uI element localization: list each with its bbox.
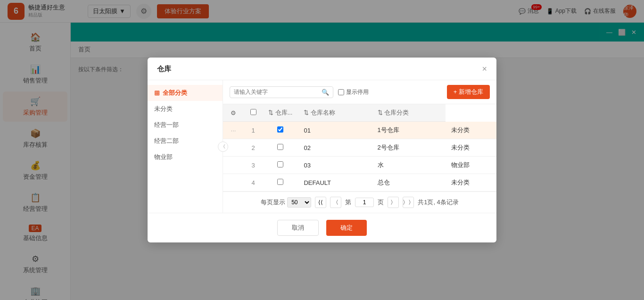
th-warehouse-code: ⇅ 仓库...	[263, 104, 298, 122]
table-header-row: ⚙ ⇅ 仓库... ⇅	[223, 104, 496, 122]
table-toolbar: 🔍 显示停用 + 新增仓库	[223, 80, 496, 104]
next-page-button[interactable]: 〉	[388, 197, 399, 208]
last-page-button[interactable]: 〉〉	[403, 197, 414, 208]
row-num: 4	[244, 174, 263, 192]
row-name: 1号仓库	[372, 122, 446, 139]
data-table: ⚙ ⇅ 仓库... ⇅	[223, 104, 496, 192]
th-checkbox	[244, 104, 263, 122]
category-item-unclassified[interactable]: 未分类	[148, 101, 223, 117]
select-all-checkbox[interactable]	[250, 109, 256, 115]
category-all-label: 全部分类	[163, 89, 187, 97]
sort-icon3: ⇅	[378, 109, 383, 116]
row-name: 2号仓库	[372, 139, 446, 157]
category-item-property[interactable]: 物业部	[148, 149, 223, 165]
row-gear-cell	[223, 174, 244, 192]
row-code: 02	[298, 139, 372, 157]
page-unit: 页	[378, 198, 384, 207]
row-checkbox[interactable]	[277, 126, 283, 133]
th-warehouse-name: ⇅ 仓库名称	[298, 104, 372, 122]
modal-close-button[interactable]: ×	[482, 64, 487, 74]
row-code: 03	[298, 157, 372, 174]
total-label: 共1页, 4条记录	[418, 198, 459, 207]
row-category: 物业部	[446, 157, 496, 174]
row-checkbox[interactable]	[277, 161, 283, 167]
row-checkbox[interactable]	[277, 144, 283, 150]
modal-title: 仓库	[157, 65, 171, 74]
row-name: 总仓	[372, 174, 446, 192]
sort-icon: ⇅	[268, 109, 273, 116]
row-checkbox-cell	[263, 157, 298, 174]
th-gear: ⚙	[223, 104, 244, 122]
modal-overlay: 仓库 × ⊞ 全部分类 未分类 经营一部 经营二部	[0, 0, 644, 300]
row-checkbox[interactable]	[277, 179, 283, 185]
warehouse-table: ⚙ ⇅ 仓库... ⇅	[223, 104, 496, 192]
modal-footer: 取消 确定	[148, 213, 496, 242]
row-category: 未分类	[446, 122, 496, 139]
confirm-button[interactable]: 确定	[326, 220, 367, 236]
show-disabled-label[interactable]: 显示停用	[338, 88, 369, 96]
row-num: 2	[244, 139, 263, 157]
page-size-dropdown[interactable]: 50 10 20 100	[287, 197, 311, 208]
sort-icon2: ⇅	[304, 109, 309, 116]
modal-body: ⊞ 全部分类 未分类 经营一部 经营二部 物业部 《	[148, 80, 496, 213]
row-checkbox-cell	[263, 139, 298, 157]
category-panel: ⊞ 全部分类 未分类 经营一部 经营二部 物业部 《	[148, 80, 223, 213]
category-all-item[interactable]: ⊞ 全部分类	[148, 85, 223, 101]
row-category: 未分类	[446, 139, 496, 157]
prev-page-button[interactable]: 〈	[330, 197, 341, 208]
table-body: ··· 1 01 1号仓库 未分类 2 02 2号仓库 未分类 3	[223, 122, 496, 192]
show-disabled-checkbox[interactable]	[338, 89, 344, 95]
first-page-button[interactable]: ⟨⟨	[315, 197, 326, 208]
table-row[interactable]: 3 03 水 物业部	[223, 157, 496, 174]
search-box: 🔍	[230, 86, 333, 98]
search-input[interactable]	[234, 89, 319, 95]
collapse-button[interactable]: 《	[218, 142, 228, 152]
cancel-button[interactable]: 取消	[277, 220, 319, 236]
row-code: DEFAULT	[298, 174, 372, 192]
row-gear-cell	[223, 157, 244, 174]
row-name: 水	[372, 157, 446, 174]
page-label: 第	[345, 198, 351, 207]
search-icon: 🔍	[322, 89, 329, 96]
table-panel: 🔍 显示停用 + 新增仓库 ⚙	[223, 80, 496, 213]
category-item-ops1[interactable]: 经营一部	[148, 117, 223, 133]
table-row[interactable]: 4 DEFAULT 总仓 未分类	[223, 174, 496, 192]
th-warehouse-category: ⇅ 仓库分类	[372, 104, 446, 122]
category-item-ops2[interactable]: 经营二部	[148, 133, 223, 149]
pagination: 每页显示 50 10 20 100 ⟨⟨ 〈 第 页 〉 〉〉	[223, 192, 496, 213]
row-checkbox-cell	[263, 122, 298, 139]
row-code: 01	[298, 122, 372, 139]
warehouse-modal: 仓库 × ⊞ 全部分类 未分类 经营一部 经营二部	[148, 58, 496, 242]
row-more-icon[interactable]: ···	[231, 127, 236, 134]
row-num: 3	[244, 157, 263, 174]
modal-header: 仓库 ×	[148, 58, 496, 80]
page-size-select: 每页显示 50 10 20 100	[261, 197, 311, 208]
row-checkbox-cell	[263, 174, 298, 192]
row-gear-cell: ···	[223, 122, 244, 139]
row-num: 1	[244, 122, 263, 139]
grid-icon: ⊞	[154, 89, 160, 97]
row-category: 未分类	[446, 174, 496, 192]
add-warehouse-button[interactable]: + 新增仓库	[447, 85, 490, 99]
table-row[interactable]: ··· 1 01 1号仓库 未分类	[223, 122, 496, 139]
page-number-input[interactable]	[355, 198, 374, 207]
table-row[interactable]: 2 02 2号仓库 未分类	[223, 139, 496, 157]
